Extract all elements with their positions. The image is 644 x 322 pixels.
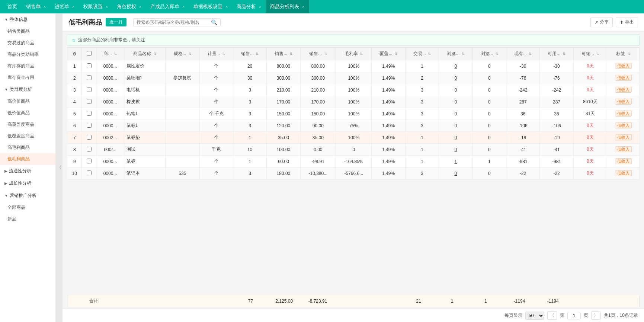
col-views2[interactable]: 浏览... ⇅ — [472, 48, 506, 60]
page-number-input[interactable] — [567, 312, 581, 319]
sidebar-group-growth-title[interactable]: ▶ 成长性分析 — [0, 177, 55, 189]
cell-checkbox[interactable] — [82, 144, 96, 156]
cell-views1[interactable]: 0 — [439, 132, 472, 144]
sidebar-item-high-value[interactable]: 高价值商品 — [0, 96, 55, 107]
nav-roles-close[interactable]: × — [139, 4, 141, 9]
nav-product-analysis[interactable]: 商品分析 × — [232, 0, 266, 13]
nav-permissions[interactable]: 权限设置 × — [79, 0, 112, 13]
views1-link[interactable]: 0 — [455, 171, 457, 176]
col-spec[interactable]: 规格... ⇅ — [166, 48, 199, 60]
row-checkbox-9[interactable] — [87, 170, 92, 175]
cell-views1[interactable]: 0 — [439, 72, 472, 84]
cell-views1[interactable]: 0 — [439, 144, 472, 156]
col-views1[interactable]: 浏览... ⇅ — [439, 48, 472, 60]
nav-template-settings[interactable]: 单据模板设置 × — [189, 0, 232, 13]
nav-product-analysis-close[interactable]: × — [259, 4, 261, 9]
cell-name[interactable]: 鼠标垫 — [124, 132, 165, 144]
views1-link[interactable]: 0 — [455, 87, 457, 93]
sidebar-item-high-margin[interactable]: 高毛利商品 — [0, 142, 55, 153]
col-tag[interactable]: 标签 ⇅ — [607, 48, 640, 60]
cell-checkbox[interactable] — [82, 60, 96, 72]
views1-link[interactable]: 0 — [455, 123, 457, 128]
col-checkbox[interactable] — [82, 48, 96, 60]
row-checkbox-5[interactable] — [87, 123, 92, 128]
sidebar-group-liquidity-title[interactable]: ▶ 流通性分析 — [0, 165, 55, 177]
cell-views1[interactable]: 0 — [439, 120, 472, 132]
col-trade[interactable]: 交易... ⇅ — [405, 48, 439, 60]
nav-sales[interactable]: 销售单 × — [22, 0, 50, 13]
sidebar-item-low-coverage[interactable]: 低覆盖度商品 — [0, 130, 55, 142]
sidebar-group-overall-title[interactable]: ▼ 整体信息 — [0, 13, 55, 26]
sidebar-item-low-margin[interactable]: 低毛利商品 — [0, 153, 55, 165]
sidebar-item-inventory-capital[interactable]: 库存资金占用 — [0, 72, 55, 83]
views1-link[interactable]: 0 — [455, 64, 457, 69]
cell-views1[interactable]: 0 — [439, 84, 472, 96]
views1-link[interactable]: 0 — [455, 135, 457, 140]
nav-permissions-close[interactable]: × — [106, 4, 108, 9]
cell-checkbox[interactable] — [82, 108, 96, 120]
sidebar-item-stocked-products[interactable]: 有库存的商品 — [0, 60, 55, 72]
col-sales-qty[interactable]: 销售... ⇅ — [233, 48, 266, 60]
views1-link[interactable]: 0 — [455, 99, 457, 105]
share-button[interactable]: ↗ 分享 — [590, 17, 613, 27]
row-checkbox-2[interactable] — [87, 87, 92, 92]
cell-checkbox[interactable] — [82, 132, 96, 144]
views1-link[interactable]: 0 — [455, 111, 457, 117]
sidebar-group-marketing-title[interactable]: ▼ 营销推广分析 — [0, 189, 55, 202]
row-checkbox-4[interactable] — [87, 111, 92, 116]
cell-name[interactable]: 吴细细1 — [124, 72, 165, 84]
next-page-btn[interactable]: 〉 — [591, 311, 601, 320]
sidebar-item-sales-products[interactable]: 销售类商品 — [0, 26, 55, 37]
col-available[interactable]: 可用... ⇅ — [540, 48, 573, 60]
col-sales-price[interactable]: 销售... ⇅ — [267, 48, 300, 60]
nav-product-analysis-list-close[interactable]: × — [302, 4, 304, 9]
cell-name[interactable]: 笔记本 — [124, 168, 165, 179]
views1-link[interactable]: 1 — [455, 159, 457, 164]
nav-purchase[interactable]: 进货单 × — [50, 0, 79, 13]
nav-product-entry[interactable]: 产成品入库单 × — [146, 0, 189, 13]
sidebar-group-cluster-title[interactable]: ▼ 类群度分析 — [0, 83, 55, 96]
cell-name[interactable]: 电话机 — [124, 84, 165, 96]
row-checkbox-7[interactable] — [87, 147, 92, 152]
col-code[interactable]: 商... ⇅ — [96, 48, 124, 60]
row-checkbox-6[interactable] — [87, 135, 92, 140]
cell-views1[interactable]: 0 — [439, 96, 472, 108]
cell-checkbox[interactable] — [82, 84, 96, 96]
sidebar-item-high-coverage[interactable]: 高覆盖度商品 — [0, 119, 55, 130]
select-all-checkbox[interactable] — [87, 51, 92, 56]
col-name[interactable]: 商品名称 ⇅ — [124, 48, 165, 60]
export-button[interactable]: ⬆ 导出 — [616, 17, 638, 27]
nav-home[interactable]: 首页 — [3, 0, 22, 13]
cell-name[interactable]: 铅笔1 — [124, 108, 165, 120]
sidebar-item-category-rate[interactable]: 商品分类助销率 — [0, 49, 55, 60]
nav-sales-close[interactable]: × — [44, 4, 46, 9]
sidebar-item-low-value[interactable]: 低价值商品 — [0, 107, 55, 119]
cell-views1[interactable]: 0 — [439, 168, 472, 179]
cell-views1[interactable]: 0 — [439, 108, 472, 120]
sidebar-item-all-products[interactable]: 全部商品 — [0, 202, 55, 213]
cell-name[interactable]: 鼠标 — [124, 156, 165, 168]
col-unit[interactable]: 计量... ⇅ — [199, 48, 233, 60]
col-sales-amount[interactable]: 销售... ⇅ — [300, 48, 336, 60]
col-saleable[interactable]: 可销... ⇅ — [573, 48, 607, 60]
sidebar-item-traded-products[interactable]: 交易过的商品 — [0, 37, 55, 49]
nav-product-analysis-list[interactable]: 商品分析列表 × — [266, 0, 309, 13]
nav-product-entry-close[interactable]: × — [182, 4, 185, 9]
cell-name[interactable]: 测试 — [124, 144, 165, 156]
search-input[interactable] — [137, 20, 211, 25]
cell-checkbox[interactable] — [82, 156, 96, 168]
row-checkbox-1[interactable] — [87, 75, 92, 80]
col-settings[interactable]: ⚙ — [67, 48, 82, 60]
prev-page-btn[interactable]: 〈 — [547, 311, 557, 320]
nav-purchase-close[interactable]: × — [72, 4, 74, 9]
row-checkbox-8[interactable] — [87, 159, 92, 163]
cell-views1[interactable]: 0 — [439, 60, 472, 72]
nav-roles[interactable]: 角色授权 × — [112, 0, 146, 13]
col-coverage[interactable]: 覆盖... ⇅ — [372, 48, 405, 60]
cell-name[interactable]: 属性定价 — [124, 60, 165, 72]
views1-link[interactable]: 0 — [455, 147, 457, 152]
cell-name[interactable]: 橡皮擦 — [124, 96, 165, 108]
nav-template-settings-close[interactable]: × — [225, 4, 228, 9]
cell-checkbox[interactable] — [82, 96, 96, 108]
row-checkbox-3[interactable] — [87, 99, 92, 104]
